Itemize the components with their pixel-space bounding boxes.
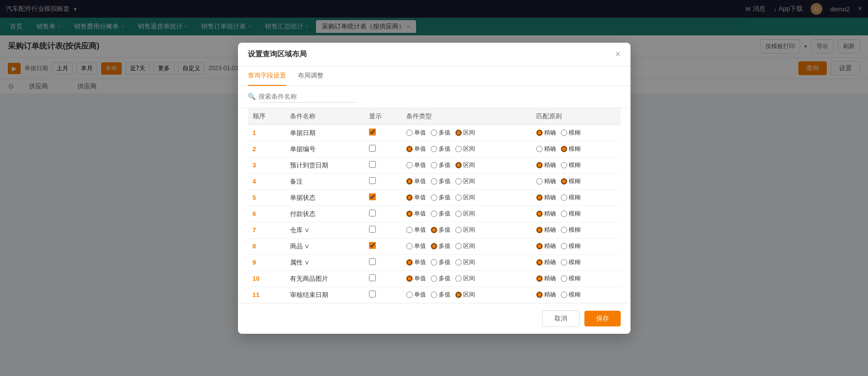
- type-option-区间-4[interactable]: 区间: [455, 177, 475, 186]
- type-radio-区间-6[interactable]: [455, 211, 462, 217]
- match-option-模糊-7[interactable]: 模糊: [561, 226, 580, 234]
- match-option-精确-7[interactable]: 精确: [536, 226, 556, 234]
- type-radio-单值-10[interactable]: [406, 275, 413, 282]
- type-option-单值-4[interactable]: 单值: [406, 177, 426, 186]
- type-option-区间-2[interactable]: 区间: [455, 145, 475, 153]
- display-checkbox-3[interactable]: [369, 161, 376, 168]
- type-option-多值-5[interactable]: 多值: [431, 193, 450, 202]
- type-option-多值-11[interactable]: 多值: [431, 291, 450, 299]
- type-radio-单值-2[interactable]: [406, 146, 413, 152]
- match-option-模糊-8[interactable]: 模糊: [561, 242, 580, 250]
- display-checkbox-11[interactable]: [369, 291, 376, 297]
- match-radio-精确-5[interactable]: [536, 194, 543, 201]
- type-radio-单值-1[interactable]: [406, 130, 413, 136]
- type-option-单值-2[interactable]: 单值: [406, 145, 426, 153]
- type-option-区间-3[interactable]: 区间: [455, 161, 475, 169]
- display-checkbox-7[interactable]: [369, 226, 376, 233]
- display-checkbox-8[interactable]: [369, 242, 376, 249]
- match-option-精确-3[interactable]: 精确: [536, 161, 556, 169]
- display-checkbox-2[interactable]: [369, 145, 376, 152]
- type-radio-多值-7[interactable]: [431, 227, 437, 233]
- match-option-模糊-4[interactable]: 模糊: [561, 177, 580, 186]
- modal-tab-query-fields[interactable]: 查询字段设置: [248, 66, 286, 86]
- type-radio-多值-11[interactable]: [431, 292, 437, 298]
- type-radio-多值-6[interactable]: [431, 211, 437, 217]
- display-checkbox-4[interactable]: [369, 177, 376, 184]
- type-option-多值-8[interactable]: 多值: [431, 242, 450, 250]
- type-option-区间-11[interactable]: 区间: [455, 291, 475, 299]
- type-option-区间-5[interactable]: 区间: [455, 193, 475, 202]
- display-checkbox-9[interactable]: [369, 258, 376, 265]
- display-checkbox-1[interactable]: [369, 129, 376, 135]
- modal-close-btn[interactable]: ×: [615, 50, 621, 58]
- match-radio-模糊-7[interactable]: [561, 227, 567, 233]
- type-option-单值-7[interactable]: 单值: [406, 226, 426, 234]
- match-option-精确-11[interactable]: 精确: [536, 291, 556, 299]
- match-option-精确-8[interactable]: 精确: [536, 242, 556, 250]
- match-option-精确-4[interactable]: 精确: [536, 177, 556, 186]
- match-option-模糊-11[interactable]: 模糊: [561, 291, 580, 299]
- type-option-区间-6[interactable]: 区间: [455, 210, 475, 218]
- match-radio-精确-7[interactable]: [536, 227, 543, 233]
- type-option-单值-3[interactable]: 单值: [406, 161, 426, 169]
- type-option-单值-1[interactable]: 单值: [406, 129, 426, 137]
- type-option-区间-8[interactable]: 区间: [455, 242, 475, 250]
- modal-tab-layout[interactable]: 布局调整: [298, 66, 323, 86]
- match-radio-模糊-2[interactable]: [561, 146, 567, 152]
- type-radio-多值-4[interactable]: [431, 178, 437, 185]
- match-option-模糊-1[interactable]: 模糊: [561, 129, 580, 137]
- type-radio-多值-1[interactable]: [431, 130, 437, 136]
- type-option-单值-6[interactable]: 单值: [406, 210, 426, 218]
- type-option-区间-7[interactable]: 区间: [455, 226, 475, 234]
- type-option-区间-9[interactable]: 区间: [455, 258, 475, 267]
- type-option-多值-9[interactable]: 多值: [431, 258, 450, 267]
- match-radio-精确-4[interactable]: [536, 178, 543, 185]
- type-radio-多值-2[interactable]: [431, 146, 437, 152]
- type-radio-区间-2[interactable]: [455, 146, 462, 152]
- type-option-多值-7[interactable]: 多值: [431, 226, 450, 234]
- type-radio-区间-10[interactable]: [455, 275, 462, 282]
- save-button[interactable]: 保存: [584, 311, 621, 326]
- type-option-多值-4[interactable]: 多值: [431, 177, 450, 186]
- match-radio-模糊-11[interactable]: [561, 292, 567, 298]
- match-radio-模糊-1[interactable]: [561, 130, 567, 136]
- match-option-精确-5[interactable]: 精确: [536, 193, 556, 202]
- match-option-模糊-10[interactable]: 模糊: [561, 274, 580, 283]
- type-option-多值-10[interactable]: 多值: [431, 274, 450, 283]
- match-option-模糊-2[interactable]: 模糊: [561, 145, 580, 153]
- type-radio-多值-8[interactable]: [431, 243, 437, 249]
- type-radio-多值-9[interactable]: [431, 259, 437, 266]
- type-radio-多值-5[interactable]: [431, 194, 437, 201]
- match-option-模糊-5[interactable]: 模糊: [561, 193, 580, 202]
- type-radio-区间-7[interactable]: [455, 227, 462, 233]
- match-radio-精确-11[interactable]: [536, 292, 543, 298]
- match-radio-模糊-3[interactable]: [561, 162, 567, 168]
- type-option-多值-6[interactable]: 多值: [431, 210, 450, 218]
- match-radio-模糊-10[interactable]: [561, 275, 567, 282]
- type-option-单值-5[interactable]: 单值: [406, 193, 426, 202]
- match-radio-精确-6[interactable]: [536, 211, 543, 217]
- type-radio-单值-11[interactable]: [406, 292, 413, 298]
- match-radio-模糊-5[interactable]: [561, 194, 567, 201]
- type-option-单值-11[interactable]: 单值: [406, 291, 426, 299]
- type-radio-单值-6[interactable]: [406, 211, 413, 217]
- type-option-单值-8[interactable]: 单值: [406, 242, 426, 250]
- type-radio-区间-4[interactable]: [455, 178, 462, 185]
- type-option-多值-3[interactable]: 多值: [431, 161, 450, 169]
- cancel-button[interactable]: 取消: [542, 310, 579, 327]
- match-option-精确-2[interactable]: 精确: [536, 145, 556, 153]
- type-radio-区间-1[interactable]: [455, 130, 462, 136]
- type-radio-单值-7[interactable]: [406, 227, 413, 233]
- search-input[interactable]: [259, 91, 357, 103]
- type-option-区间-1[interactable]: 区间: [455, 129, 475, 137]
- match-radio-精确-9[interactable]: [536, 259, 543, 266]
- type-option-多值-1[interactable]: 多值: [431, 129, 450, 137]
- type-option-单值-9[interactable]: 单值: [406, 258, 426, 267]
- type-radio-单值-8[interactable]: [406, 243, 413, 249]
- match-option-模糊-9[interactable]: 模糊: [561, 258, 580, 267]
- type-option-区间-10[interactable]: 区间: [455, 274, 475, 283]
- type-radio-单值-5[interactable]: [406, 194, 413, 201]
- type-radio-区间-9[interactable]: [455, 259, 462, 266]
- type-radio-单值-3[interactable]: [406, 162, 413, 168]
- match-option-精确-10[interactable]: 精确: [536, 274, 556, 283]
